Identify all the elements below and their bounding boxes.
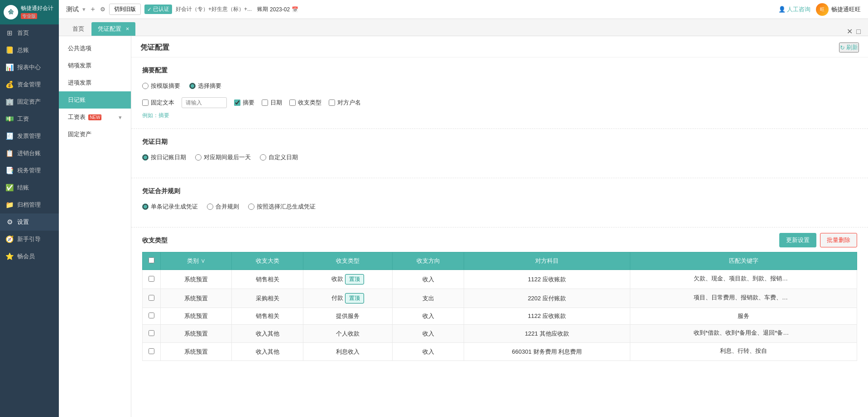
merge-radio-single[interactable]: 单条记录生成凭证 (142, 203, 198, 211)
date-radio-diary[interactable]: 按日记账日期 (142, 153, 186, 161)
sidebar-item-payroll[interactable]: 💵 工资 (0, 110, 59, 128)
sidebar-item-fixed-assets[interactable]: 🏢 固定资产 (0, 93, 59, 110)
row-category: 系统预置 (161, 308, 232, 325)
sidebar-item-tax[interactable]: 📑 税务管理 (0, 162, 59, 179)
pin-tag-button[interactable]: 置顶 (345, 274, 364, 284)
sidebar-item-general-ledger[interactable]: 📒 总账 (0, 42, 59, 59)
sidebar-item-reports[interactable]: 📊 报表中心 (0, 59, 59, 76)
merge-section-title: 凭证合并规则 (142, 187, 857, 195)
income-section-title: 收支类型 (142, 233, 776, 247)
row-checkbox[interactable] (149, 348, 154, 354)
row-category: 系统预置 (161, 289, 232, 308)
sidebar-item-archive[interactable]: 📁 归档管理 (0, 196, 59, 213)
row-category: 系统预置 (161, 270, 232, 289)
summary-section-title: 摘要配置 (142, 66, 857, 75)
row-direction: 收入 (393, 343, 464, 361)
topbar-add-button[interactable]: ＋ (89, 5, 96, 14)
counterpart-checkbox[interactable]: 对方户名 (329, 99, 361, 107)
date-checkbox[interactable]: 日期 (262, 99, 282, 107)
row-checkbox[interactable] (149, 313, 154, 318)
topbar-dropdown-arrow[interactable]: ▾ (82, 6, 86, 13)
sidebar-item-settlement[interactable]: ✅ 结账 (0, 179, 59, 196)
sidebar-item-funds[interactable]: 💰 资金管理 (0, 76, 59, 93)
row-direction: 收入 (393, 308, 464, 325)
refresh-button[interactable]: ↻ 刷新 (839, 43, 859, 52)
customer-service-icon: 👤 (778, 6, 786, 13)
row-major: 收入其他 (232, 343, 303, 361)
sidebar-item-member[interactable]: ⭐ 畅会员 (0, 248, 59, 265)
sidebar-item-settings[interactable]: ⚙ 设置 (0, 213, 59, 231)
batch-delete-button[interactable]: 批量删除 (820, 233, 857, 247)
fixed-text-input[interactable] (182, 97, 227, 108)
row-keyword: 项目、日常费用、报销款、车费、承兑汇票、付款 (630, 289, 857, 308)
user-menu[interactable]: 旺 畅捷通旺旺 (816, 3, 861, 16)
summary-checkbox[interactable]: 摘要 (234, 99, 254, 107)
row-subject: 660301 财务费用 利息费用 (464, 343, 630, 361)
left-nav-public-options[interactable]: 公共选项 (59, 40, 131, 57)
row-checkbox[interactable] (149, 276, 154, 282)
fixed-text-checkbox[interactable]: 固定文本 (142, 99, 174, 107)
date-radio-custom[interactable]: 自定义日期 (260, 153, 298, 161)
sidebar-item-home[interactable]: ⊞ 首页 (0, 24, 59, 42)
funds-icon: 💰 (5, 81, 14, 89)
row-subject: 1221 其他应收款 (464, 325, 630, 343)
th-subject: 对方科目 (464, 252, 630, 270)
certified-badge: ✓ 已认证 (144, 5, 172, 14)
row-category: 系统预置 (161, 343, 232, 361)
switch-version-button[interactable]: 切到旧版 (109, 4, 141, 15)
left-nav-payroll-table[interactable]: 工资表 NEW ▾ (59, 109, 131, 126)
left-nav-diary[interactable]: 日记账 (59, 91, 131, 109)
row-type: 利息收入 (303, 343, 393, 361)
left-nav: 公共选项 销项发票 进项发票 日记账 工资表 NEW ▾ 固定资产 (59, 36, 131, 417)
left-nav-purchase-invoice[interactable]: 进项发票 (59, 74, 131, 91)
sidebar-item-guide[interactable]: 🧭 新手引导 (0, 231, 59, 248)
avatar: 旺 (816, 3, 829, 16)
row-major: 收入其他 (232, 325, 303, 343)
type-checkbox[interactable]: 收支类型 (289, 99, 321, 107)
update-settings-button[interactable]: 更新设置 (779, 233, 816, 247)
row-type: 收款 置顶 (303, 270, 393, 289)
summary-radio-select[interactable]: 选择摘要 (189, 82, 221, 90)
row-checkbox[interactable] (149, 330, 154, 336)
row-subject: 1122 应收账款 (464, 270, 630, 289)
row-major: 采购相关 (232, 289, 303, 308)
th-checkbox (143, 252, 161, 270)
sidebar-item-invoice[interactable]: 🧾 发票管理 (0, 128, 59, 145)
left-nav-sales-invoice[interactable]: 销项发票 (59, 57, 131, 74)
tab-voucher-config[interactable]: 凭证配置 × (91, 22, 135, 36)
maximize-window-button[interactable]: □ (856, 28, 861, 36)
expand-arrow-icon[interactable]: ▾ (119, 114, 122, 121)
username: 畅捷通旺旺 (831, 5, 861, 14)
date-section: 凭证日期 按日记账日期 对应期间最后一天 自定义日期 (131, 129, 868, 178)
merge-radio-group: 单条记录生成凭证 合并规则 按照选择汇总生成凭证 (142, 203, 857, 211)
content-area: 公共选项 销项发票 进项发票 日记账 工资表 NEW ▾ 固定资产 凭 (59, 36, 868, 417)
help-button[interactable]: 👤 人工咨询 (778, 5, 810, 14)
merge-radio-total[interactable]: 按照选择汇总生成凭证 (248, 203, 316, 211)
pin-tag-button[interactable]: 置顶 (345, 293, 364, 303)
merge-radio-rule[interactable]: 合并规则 (207, 203, 239, 211)
sidebar: 会 畅捷通好会计 专业版 ⊞ 首页 📒 总账 📊 报表中心 💰 资金管理 🏢 固… (0, 0, 59, 417)
row-major: 销售相关 (232, 308, 303, 325)
tab-home[interactable]: 首页 (66, 22, 91, 36)
select-all-checkbox[interactable] (149, 257, 154, 263)
summary-section: 摘要配置 按模版摘要 选择摘要 固定文本 (131, 57, 868, 129)
table-row: 系统预置 采购相关 付款 置顶 支出 2202 应付账款 项目、日常费用、报销款… (143, 289, 857, 308)
table-row: 系统预置 销售相关 收款 置顶 收入 1122 应收账款 欠款、现金、项目款、到… (143, 270, 857, 289)
topbar-settings-icon[interactable]: ⚙ (100, 6, 106, 13)
close-window-button[interactable]: ✕ (847, 27, 853, 36)
tab-close-button[interactable]: × (126, 25, 129, 32)
row-type: 付款 置顶 (303, 289, 393, 308)
row-keyword: 欠款、现金、项目款、到款、报销款、汇入、... (630, 270, 857, 289)
calendar-icon[interactable]: 📅 (292, 6, 298, 13)
page-title: 凭证配置 (140, 43, 169, 52)
row-checkbox[interactable] (149, 295, 154, 301)
date-radio-period-last[interactable]: 对应期间最后一天 (195, 153, 251, 161)
left-nav-fixed-assets[interactable]: 固定资产 (59, 126, 131, 143)
row-subject: 2202 应付账款 (464, 289, 630, 308)
date-radio-group: 按日记账日期 对应期间最后一天 自定义日期 (142, 153, 857, 161)
invoice-icon: 🧾 (5, 132, 14, 140)
sidebar-item-purchase[interactable]: 📋 进销台账 (0, 145, 59, 162)
summary-radio-template[interactable]: 按模版摘要 (142, 82, 180, 90)
row-checkbox-cell (143, 270, 161, 289)
th-keyword: 匹配关键字 (630, 252, 857, 270)
